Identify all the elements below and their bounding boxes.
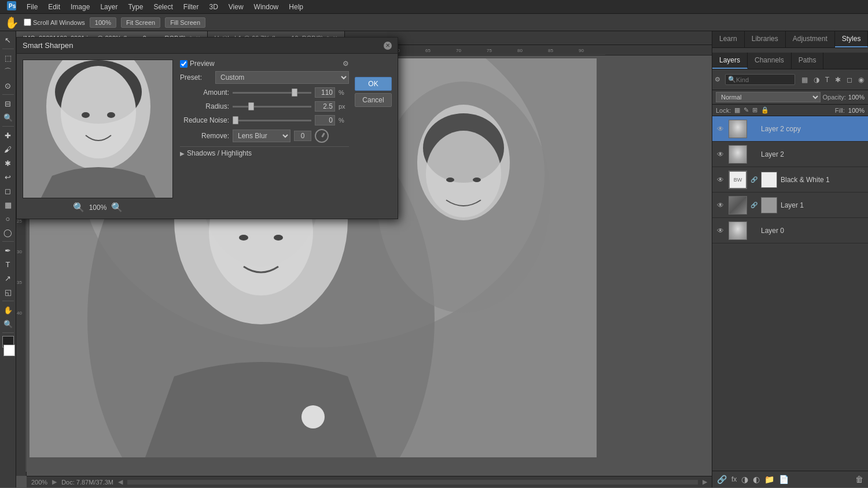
eraser-tool[interactable]: ◻ bbox=[2, 184, 14, 197]
layer-item-layer1[interactable]: 👁 🔗 Layer 1 bbox=[712, 193, 868, 218]
amount-slider[interactable] bbox=[233, 92, 311, 94]
marquee-tool[interactable]: ⬚ bbox=[2, 51, 14, 64]
layer0-visibility[interactable]: 👁 bbox=[716, 227, 725, 235]
amount-value[interactable] bbox=[315, 87, 335, 98]
radius-value[interactable] bbox=[315, 101, 335, 112]
blend-mode-select[interactable]: Normal bbox=[716, 92, 821, 102]
layer-search-input[interactable] bbox=[736, 76, 792, 83]
angle-input[interactable] bbox=[294, 131, 311, 141]
menu-help[interactable]: Help bbox=[284, 2, 308, 12]
layer-item-layer0[interactable]: 👁 Layer 0 bbox=[712, 218, 868, 243]
delete-layer-icon[interactable]: 🗑 bbox=[854, 474, 865, 485]
libraries-tab[interactable]: Libraries bbox=[745, 31, 786, 47]
layer2-visibility[interactable]: 👁 bbox=[716, 150, 725, 158]
healing-brush[interactable]: ✚ bbox=[2, 129, 14, 142]
zoom-out-btn[interactable]: 🔍 bbox=[73, 202, 84, 213]
shape-tool[interactable]: ◱ bbox=[2, 286, 14, 298]
ps-menu[interactable]: Ps bbox=[2, 0, 21, 13]
layers-tab[interactable]: Layers bbox=[712, 53, 748, 69]
path-select[interactable]: ↗ bbox=[2, 272, 14, 284]
hand-tool[interactable]: ✋ bbox=[2, 304, 14, 316]
menu-view[interactable]: View bbox=[224, 2, 248, 12]
angle-wheel[interactable] bbox=[315, 129, 329, 143]
brush-tool[interactable]: 🖌 bbox=[2, 143, 14, 156]
nav-arrow-left[interactable]: ◀ bbox=[118, 478, 123, 486]
menu-type[interactable]: Type bbox=[123, 2, 148, 12]
smart-filter-icon[interactable]: ✱ bbox=[833, 75, 843, 85]
styles-tab[interactable]: Styles bbox=[835, 31, 868, 47]
lock-all-icon[interactable]: 🔒 bbox=[761, 106, 769, 114]
ok-button[interactable]: OK bbox=[355, 77, 392, 91]
remove-select[interactable]: Gaussian Blur Lens Blur Motion Blur bbox=[233, 130, 290, 142]
smart-sharpen-dialog[interactable]: Smart Sharpen ✕ bbox=[16, 37, 398, 219]
reduce-noise-thumb[interactable] bbox=[233, 116, 238, 124]
fill-screen-btn[interactable]: Fill Screen bbox=[165, 17, 205, 28]
dialog-close-btn[interactable]: ✕ bbox=[384, 42, 392, 50]
lock-pixels-icon[interactable]: ▦ bbox=[734, 106, 740, 114]
radius-slider[interactable] bbox=[233, 106, 311, 108]
radius-slider-thumb[interactable] bbox=[248, 102, 254, 110]
cancel-button[interactable]: Cancel bbox=[355, 93, 392, 107]
clone-stamp[interactable]: ✱ bbox=[2, 157, 14, 169]
lock-position-icon[interactable]: ✎ bbox=[744, 106, 749, 114]
adjustment-tab[interactable]: Adjustment bbox=[786, 31, 835, 47]
menu-3d[interactable]: 3D bbox=[204, 2, 222, 12]
zoom-in-btn[interactable]: 🔍 bbox=[111, 202, 123, 213]
reduce-noise-slider[interactable] bbox=[233, 120, 311, 121]
layer1-visibility[interactable]: 👁 bbox=[716, 201, 725, 209]
lasso-tool[interactable]: ⌒ bbox=[2, 65, 14, 78]
learn-tab[interactable]: Learn bbox=[712, 31, 745, 47]
amount-slider-thumb[interactable] bbox=[292, 88, 297, 97]
type-filter-icon[interactable]: T bbox=[823, 75, 831, 85]
menu-layer[interactable]: Layer bbox=[95, 2, 122, 12]
preset-select[interactable]: Custom bbox=[215, 71, 349, 84]
adj-filter-icon[interactable]: ◑ bbox=[812, 75, 821, 85]
bw1-visibility[interactable]: 👁 bbox=[716, 176, 725, 184]
fx-icon[interactable]: fx bbox=[730, 474, 738, 485]
layer-search-box[interactable]: 🔍 bbox=[725, 74, 795, 85]
menu-file[interactable]: File bbox=[22, 2, 42, 12]
channels-tab[interactable]: Channels bbox=[748, 53, 792, 69]
pixel-filter-icon[interactable]: ▦ bbox=[800, 75, 810, 85]
background-color[interactable] bbox=[3, 345, 15, 356]
reduce-noise-value[interactable] bbox=[315, 115, 335, 125]
quick-select-tool[interactable]: ⊙ bbox=[2, 79, 14, 92]
adjustment-icon[interactable]: ◐ bbox=[752, 474, 761, 485]
filter-toggle[interactable]: ◉ bbox=[856, 75, 866, 85]
scroll-all-checkbox[interactable] bbox=[24, 19, 31, 26]
settings-gear-icon[interactable]: ⚙ bbox=[343, 60, 349, 68]
fit-screen-btn[interactable]: Fit Screen bbox=[121, 17, 160, 28]
group-icon[interactable]: 📁 bbox=[763, 474, 775, 485]
layer-item-bw1[interactable]: 👁 BW 🔗 Black & White 1 bbox=[712, 167, 868, 193]
menu-image[interactable]: Image bbox=[66, 2, 94, 12]
nav-arrow-right[interactable]: ▶ bbox=[52, 478, 57, 486]
menu-edit[interactable]: Edit bbox=[43, 2, 65, 12]
dodge-tool[interactable]: ◯ bbox=[2, 226, 14, 239]
layer-item-layer2copy[interactable]: 👁 Layer 2 copy bbox=[712, 116, 868, 142]
layer-item-layer2[interactable]: 👁 Layer 2 bbox=[712, 142, 868, 167]
layer2copy-visibility[interactable]: 👁 bbox=[716, 125, 725, 133]
pen-tool[interactable]: ✒ bbox=[2, 244, 14, 257]
blur-tool[interactable]: ○ bbox=[2, 212, 14, 225]
crop-tool[interactable]: ⊟ bbox=[2, 97, 14, 110]
menu-filter[interactable]: Filter bbox=[179, 2, 204, 12]
new-layer-icon[interactable]: 📄 bbox=[778, 474, 790, 485]
menu-window[interactable]: Window bbox=[249, 2, 284, 12]
dialog-preview-image[interactable] bbox=[23, 60, 173, 198]
link-layers-icon[interactable]: 🔗 bbox=[716, 474, 728, 485]
text-tool[interactable]: T bbox=[2, 258, 14, 271]
paths-tab[interactable]: Paths bbox=[792, 53, 824, 69]
shadows-highlights-row[interactable]: ▶ Shadows / Highlights bbox=[180, 146, 349, 160]
nav-arrow-right2[interactable]: ▶ bbox=[703, 478, 707, 486]
mask-icon[interactable]: ◑ bbox=[740, 474, 749, 485]
eyedropper-tool[interactable]: 🔍 bbox=[2, 111, 14, 124]
lock-artboard-icon[interactable]: ⊞ bbox=[752, 106, 757, 114]
zoom-tool[interactable]: 🔍 bbox=[2, 317, 14, 330]
move-tool-icon[interactable]: ✋ bbox=[5, 16, 19, 29]
history-brush[interactable]: ↩ bbox=[2, 171, 14, 183]
menu-select[interactable]: Select bbox=[149, 2, 177, 12]
color-filter-icon[interactable]: ◻ bbox=[845, 75, 854, 85]
preview-checkbox[interactable] bbox=[180, 60, 187, 68]
gradient-tool[interactable]: ▦ bbox=[2, 198, 14, 211]
move-tool[interactable]: ↖ bbox=[2, 34, 14, 46]
